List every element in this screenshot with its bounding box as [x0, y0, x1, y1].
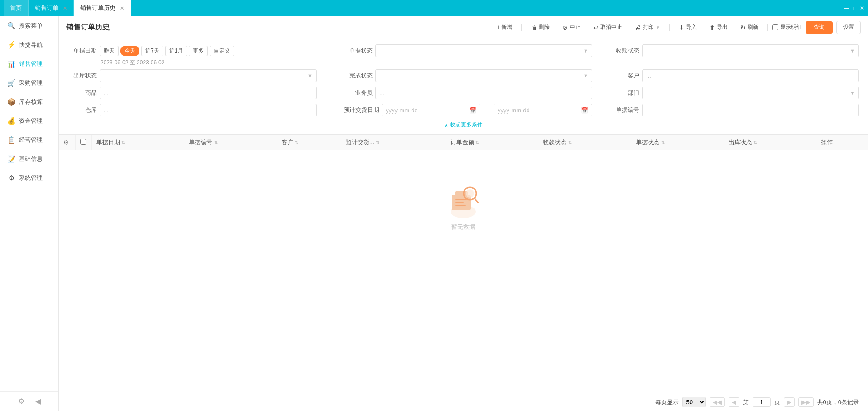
last-page-btn[interactable]: ▶▶	[798, 397, 814, 407]
delivery-status-select[interactable]: ▼	[100, 69, 317, 82]
customer-label: 客户	[610, 72, 639, 80]
sidebar-settings-btn[interactable]: ⚙	[14, 395, 28, 407]
sales-order-history-tab-close[interactable]: ✕	[120, 5, 124, 11]
salesperson-input[interactable]: ...	[375, 87, 592, 99]
order-no-input[interactable]	[642, 104, 859, 116]
export-btn[interactable]: ⬆ 导出	[705, 22, 732, 33]
complete-status-filter: 完成状态 ▼	[344, 69, 592, 82]
delivery-status-label: 出库状态	[68, 72, 97, 80]
sidebar-item-operations[interactable]: 📋 经营管理	[0, 131, 58, 150]
cancel-stop-icon: ↩	[593, 24, 599, 31]
th-delivery-status: 出库状态 ⇅	[724, 135, 816, 150]
page-number-input[interactable]	[753, 397, 771, 407]
collapse-bar[interactable]: ∧ 收起更多条件	[68, 121, 859, 129]
inventory-icon: 📦	[7, 98, 15, 106]
warehouse-filter: 仓库 ...	[68, 104, 317, 116]
tab-sales-order[interactable]: 销售订单 ✕	[29, 0, 74, 16]
svg-line-5	[475, 198, 478, 203]
content-area: 销售订单历史 + 新增 🗑 删除 ⊘ 中止 ↩ 取消中止 🖨	[59, 16, 868, 411]
payment-status-select[interactable]: ▼	[642, 44, 859, 57]
sidebar-item-sys-admin[interactable]: ⚙ 系统管理	[0, 169, 58, 188]
sidebar-item-purchase-mgmt[interactable]: 🛒 采购管理	[0, 73, 58, 92]
display-detail-checkbox[interactable]	[772, 24, 778, 30]
purchase-mgmt-icon: 🛒	[7, 79, 15, 87]
sidebar-item-finance[interactable]: 💰 资金管理	[0, 111, 58, 131]
divider-1	[521, 24, 522, 31]
finance-icon: 💰	[7, 117, 15, 125]
date-btn-custom[interactable]: 自定义	[210, 46, 234, 56]
sidebar-item-quick-nav[interactable]: ⚡ 快捷导航	[0, 35, 58, 54]
date-btn-more[interactable]: 更多	[189, 46, 208, 56]
sort-deliverydate-icon[interactable]: ⇅	[376, 140, 379, 145]
next-page-btn[interactable]: ▶	[784, 397, 795, 407]
refresh-btn[interactable]: ↻ 刷新	[736, 22, 763, 33]
date-btn-yesterday[interactable]: 昨天	[100, 46, 119, 56]
cancel-stop-btn[interactable]: ↩ 取消中止	[589, 22, 627, 33]
search-menu-icon: 🔍	[7, 22, 15, 30]
print-dropdown-icon: ▼	[656, 25, 660, 30]
tab-home[interactable]: 首页	[4, 0, 29, 16]
sort-paymentstatus-icon[interactable]: ⇅	[568, 140, 572, 145]
tab-sales-order-history[interactable]: 销售订单历史 ✕	[74, 0, 131, 16]
date-range-display: 2023-06-02 至 2023-06-02	[101, 59, 164, 66]
sort-date-icon[interactable]: ⇅	[121, 140, 125, 145]
sidebar-item-sales-mgmt[interactable]: 📊 销售管理	[0, 54, 58, 73]
delivery-status-arrow-icon: ▼	[307, 73, 312, 78]
dept-select[interactable]: ▼	[642, 87, 859, 99]
sidebar-item-base-info[interactable]: 📝 基础信息	[0, 150, 58, 169]
delivery-date-label: 预计交货日期	[344, 106, 379, 114]
page-size-select[interactable]: 10 20 50 100	[682, 397, 706, 407]
complete-status-label: 完成状态	[344, 72, 373, 80]
sidebar-item-inventory[interactable]: 📦 库存核算	[0, 92, 58, 111]
order-status-arrow-icon: ▼	[583, 48, 588, 53]
order-status-select[interactable]: ▼	[375, 44, 592, 57]
table-settings-icon[interactable]: ⚙	[63, 139, 69, 146]
sort-customer-icon[interactable]: ⇅	[295, 140, 298, 145]
query-btn[interactable]: 查询	[806, 21, 833, 34]
order-status-label: 单据状态	[344, 47, 373, 55]
sort-amount-icon[interactable]: ⇅	[475, 140, 479, 145]
settings-filter-btn[interactable]: 设置	[836, 21, 861, 34]
salesperson-filter: 业务员 ...	[344, 87, 592, 99]
sidebar-item-search-menu[interactable]: 🔍 搜索菜单	[0, 16, 58, 35]
sidebar: 🔍 搜索菜单 ⚡ 快捷导航 📊 销售管理 🛒 采购管理 📦 库存核算 💰 资金管…	[0, 16, 59, 411]
first-page-btn[interactable]: ◀◀	[710, 397, 725, 407]
select-all-checkbox[interactable]	[80, 139, 86, 145]
empty-state: 暂无数据	[59, 150, 868, 258]
delivery-date-to[interactable]: yyyy-mm-dd 📅	[494, 104, 592, 116]
sort-orderno-icon[interactable]: ⇅	[214, 140, 218, 145]
date-filter: 单据日期 昨天 今天 近7天 近1月 更多 自定义	[68, 46, 317, 56]
sidebar-collapse-btn[interactable]: ◀	[32, 395, 44, 407]
delivery-date-from[interactable]: yyyy-mm-dd 📅	[382, 104, 480, 116]
product-input[interactable]: ...	[100, 87, 317, 99]
date-control: 昨天 今天 近7天 近1月 更多 自定义	[100, 46, 317, 56]
sidebar-item-label-sysadmin: 系统管理	[19, 174, 43, 182]
sales-order-tab-close[interactable]: ✕	[63, 5, 67, 11]
sort-orderstatus-icon[interactable]: ⇅	[661, 140, 665, 145]
filter-row-3: 商品 ... 业务员 ... 部门 ▼	[68, 87, 859, 99]
date-btn-today[interactable]: 今天	[120, 46, 139, 56]
warehouse-input[interactable]: ...	[100, 104, 317, 116]
minimize-btn[interactable]: —	[844, 5, 849, 11]
import-btn[interactable]: ⬇ 导入	[674, 22, 701, 33]
sidebar-item-label-sales: 销售管理	[19, 60, 43, 68]
print-btn[interactable]: 🖨 打印 ▼	[630, 22, 665, 33]
product-more-icon: ...	[104, 90, 109, 97]
th-amount: 订单金额 ⇅	[446, 135, 538, 150]
customer-input[interactable]: ...	[642, 69, 859, 82]
date-btn-last7[interactable]: 近7天	[141, 46, 163, 56]
date-label: 单据日期	[68, 47, 97, 55]
divider-2	[669, 24, 670, 31]
stop-btn[interactable]: ⊘ 中止	[558, 22, 585, 33]
date-btn-last1m[interactable]: 近1月	[165, 46, 187, 56]
refresh-icon: ↻	[740, 24, 746, 31]
order-no-label: 单据编号	[610, 106, 639, 114]
maximize-btn[interactable]: □	[853, 5, 856, 11]
close-btn[interactable]: ✕	[860, 5, 864, 11]
complete-status-select[interactable]: ▼	[375, 69, 592, 82]
delete-btn[interactable]: 🗑 删除	[526, 22, 554, 33]
prev-page-btn[interactable]: ◀	[729, 397, 739, 407]
sort-deliverystatus-icon[interactable]: ⇅	[753, 140, 757, 145]
new-btn[interactable]: + 新增	[492, 22, 517, 33]
main-layout: 🔍 搜索菜单 ⚡ 快捷导航 📊 销售管理 🛒 采购管理 📦 库存核算 💰 资金管…	[0, 16, 868, 411]
